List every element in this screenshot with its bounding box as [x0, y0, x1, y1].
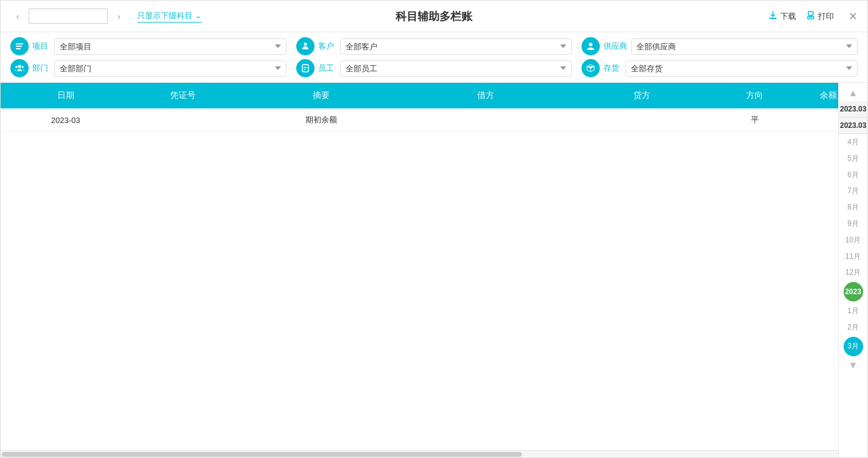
sidebar-item-2023-03-top[interactable]: 2023.03 [839, 101, 867, 118]
page-title: 科目辅助多栏账 [396, 9, 472, 24]
inventory-icon [582, 59, 600, 77]
sidebar-item-2[interactable]: 2月 [839, 319, 867, 336]
sidebar-item-5[interactable]: 5月 [839, 150, 867, 167]
show-sub-label: 只显示下级科目 [137, 10, 193, 21]
department-icon [10, 59, 29, 77]
customer-select[interactable]: 全部客户 [340, 38, 572, 55]
cell-voucher [130, 108, 235, 132]
sidebar-item-10[interactable]: 10月 [839, 232, 867, 248]
svg-rect-11 [302, 65, 308, 72]
ledger-table: 日期 凭证号 摘要 借方 贷方 方向 余额 2023-03 期初余额 [1, 83, 867, 132]
cell-debit [408, 108, 564, 132]
download-label: 下载 [780, 11, 796, 22]
show-sub-button[interactable]: 只显示下级科目 ⌄ [137, 10, 202, 23]
filter-supplier: 供应商 全部供应商 [582, 37, 858, 55]
filter-employee: 员工 全部员工 [296, 59, 572, 77]
svg-rect-3 [809, 17, 813, 18]
supplier-label: 供应商 [603, 41, 627, 52]
right-sidebar: ▲ 2023.03 2023.03 4月 5月 6月 7月 8月 9月 10月 … [838, 83, 867, 457]
table-header-row: 日期 凭证号 摘要 借方 贷方 方向 余额 [1, 83, 867, 108]
svg-rect-4 [16, 43, 23, 44]
col-header-debit: 借方 [408, 83, 564, 108]
filter-inventory: 存货 全部存货 [582, 59, 858, 77]
sidebar-item-2023-03-bottom[interactable]: 2023.03 [839, 118, 867, 134]
print-label: 打印 [818, 11, 834, 22]
cell-credit [564, 108, 720, 132]
employee-icon [296, 59, 315, 77]
svg-rect-2 [808, 12, 813, 15]
sidebar-down-btn[interactable]: ▼ [839, 358, 867, 373]
inventory-select[interactable]: 全部存货 [625, 60, 858, 77]
next-account-btn[interactable]: › [112, 9, 126, 24]
svg-point-7 [589, 43, 592, 46]
close-button[interactable]: ✕ [848, 10, 858, 23]
account-code-input[interactable]: 6601 销售费用 [29, 9, 108, 24]
department-select[interactable]: 全部部门 [54, 60, 286, 77]
table-row: 2023-03 期初余额 平 [1, 108, 867, 132]
customer-icon [296, 37, 315, 55]
employee-label: 员工 [318, 63, 336, 74]
toolbar-right: 下载 打印 ✕ [768, 10, 858, 23]
col-header-voucher: 凭证号 [130, 83, 235, 108]
download-icon [768, 10, 778, 22]
col-header-credit: 贷方 [564, 83, 720, 108]
supplier-icon [582, 37, 600, 55]
supplier-select[interactable]: 全部供应商 [631, 38, 858, 55]
project-select[interactable]: 全部项目 [54, 38, 286, 55]
svg-rect-14 [304, 69, 306, 69]
print-icon [806, 10, 816, 22]
scrollbar-thumb [2, 452, 522, 457]
customer-label: 客户 [318, 41, 336, 52]
filter-project: 项目 全部项目 [10, 37, 286, 55]
horizontal-scrollbar[interactable] [1, 450, 867, 457]
table-body: 2023-03 期初余额 平 [1, 108, 867, 132]
svg-point-8 [18, 65, 21, 68]
sidebar-item-1[interactable]: 1月 [839, 303, 867, 319]
sidebar-item-8[interactable]: 8月 [839, 199, 867, 216]
filter-row-1: 项目 全部项目 客户 全部客户 [10, 37, 858, 55]
project-icon [10, 37, 29, 55]
title-bar: ‹ 6601 销售费用 › 只显示下级科目 ⌄ 科目辅助多栏账 下载 [1, 1, 867, 32]
col-header-date: 日期 [1, 83, 130, 108]
inventory-label: 存货 [603, 63, 622, 74]
download-button[interactable]: 下载 [768, 10, 796, 22]
prev-account-btn[interactable]: ‹ [10, 9, 25, 24]
svg-rect-0 [769, 18, 777, 19]
svg-rect-6 [16, 48, 21, 49]
sidebar-item-3-active[interactable]: 3月 [844, 337, 863, 356]
table-container: 日期 凭证号 摘要 借方 贷方 方向 余额 2023-03 期初余额 [1, 83, 867, 450]
cell-date: 2023-03 [1, 108, 130, 132]
print-button[interactable]: 打印 [806, 10, 834, 22]
filter-area: 项目 全部项目 客户 全部客户 [1, 32, 867, 83]
cell-summary: 期初余额 [235, 108, 408, 132]
col-header-direction: 方向 [720, 83, 789, 108]
employee-select[interactable]: 全部员工 [340, 60, 572, 77]
sidebar-item-12[interactable]: 12月 [839, 264, 867, 281]
filter-department: 部门 全部部门 [10, 59, 286, 77]
main-window: ‹ 6601 销售费用 › 只显示下级科目 ⌄ 科目辅助多栏账 下载 [0, 0, 868, 458]
svg-rect-13 [304, 67, 307, 68]
sidebar-item-6[interactable]: 6月 [839, 167, 867, 183]
filter-customer: 客户 全部客户 [296, 37, 572, 55]
svg-point-9 [15, 66, 18, 68]
department-label: 部门 [32, 63, 51, 74]
filter-row-2: 部门 全部部门 员工 全部员工 [10, 59, 858, 77]
sidebar-item-year-2023[interactable]: 2023 [844, 282, 863, 301]
svg-point-10 [21, 66, 24, 68]
svg-rect-5 [16, 46, 22, 47]
sidebar-item-9[interactable]: 9月 [839, 216, 867, 232]
sidebar-item-7[interactable]: 7月 [839, 183, 867, 199]
svg-rect-12 [304, 64, 307, 65]
chevron-down-icon: ⌄ [195, 11, 202, 20]
sidebar-up-btn[interactable]: ▲ [839, 85, 867, 101]
col-header-summary: 摘要 [235, 83, 408, 108]
cell-direction: 平 [720, 108, 789, 132]
sidebar-item-4[interactable]: 4月 [839, 134, 867, 150]
nav-area: ‹ 6601 销售费用 › 只显示下级科目 ⌄ [10, 9, 768, 24]
sidebar-item-11[interactable]: 11月 [839, 248, 867, 265]
project-label: 项目 [32, 41, 51, 52]
